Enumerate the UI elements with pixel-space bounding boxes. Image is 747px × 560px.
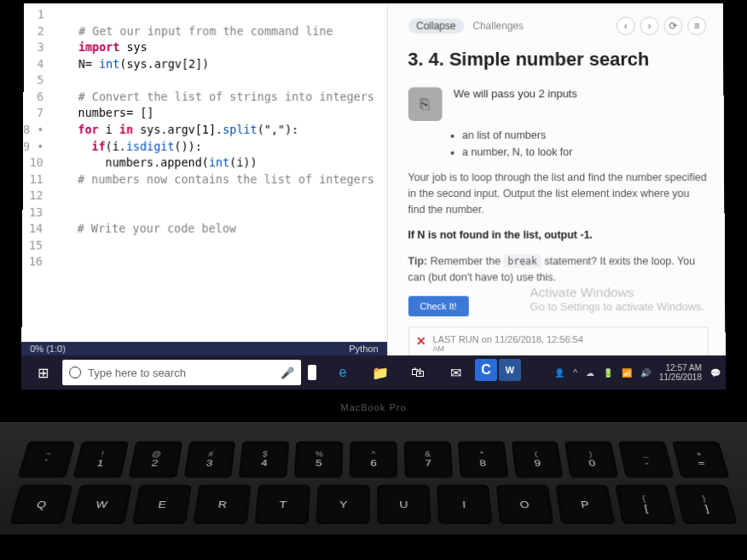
tab-challenges[interactable]: Challenges bbox=[472, 20, 524, 32]
keyboard-key: Y bbox=[316, 485, 369, 524]
taskbar-clock[interactable]: 12:57 AM 11/26/2018 bbox=[659, 363, 702, 382]
instructions-pane: Collapse Challenges ‹ › ⟳ ≡ 3. 4. Simple… bbox=[387, 3, 725, 355]
challenge-description: Your job is to loop through the list and… bbox=[408, 170, 707, 217]
keyboard-key: E bbox=[132, 485, 192, 524]
challenge-tip: Tip: Remember the break statement? It ex… bbox=[408, 254, 708, 286]
language-mode: Python bbox=[349, 344, 378, 354]
keyboard-key: T bbox=[254, 485, 310, 524]
task-view-button[interactable] bbox=[308, 365, 316, 380]
keyboard-key: $4 bbox=[239, 442, 290, 478]
action-center-icon[interactable]: 💬 bbox=[710, 368, 721, 378]
keyboard-key: R bbox=[194, 485, 252, 524]
code-editor-pane: 12345678 •9 •10111213141516 # Get our in… bbox=[21, 3, 387, 355]
keyboard-key: += bbox=[672, 442, 730, 478]
keyboard-key: Q bbox=[9, 485, 73, 524]
keyboard-key: O bbox=[496, 485, 554, 524]
code-body[interactable]: 12345678 •9 •10111213141516 # Get our in… bbox=[21, 3, 386, 342]
search-placeholder: Type here to search bbox=[88, 367, 186, 379]
challenge-icon: ⎘ bbox=[408, 87, 442, 121]
keyboard-key: }] bbox=[674, 485, 738, 524]
laptop-label: MacBook Pro bbox=[0, 402, 747, 413]
keyboard-key: P bbox=[555, 485, 615, 524]
keyboard-key: W bbox=[71, 485, 132, 524]
start-button[interactable]: ⊞ bbox=[26, 359, 59, 386]
keyboard-key: %5 bbox=[294, 442, 344, 478]
keyboard-key: U bbox=[377, 485, 431, 524]
keyboard-key: !1 bbox=[72, 442, 129, 478]
next-button[interactable]: › bbox=[640, 17, 659, 36]
laptop-keyboard: ~`!1@2#3$4%5^6&7*8(9)0_-+= QWERTYUIOP{[}… bbox=[0, 422, 747, 534]
challenge-title: 3. 4. Simple number search bbox=[408, 49, 706, 71]
tray-battery-icon[interactable]: 🔋 bbox=[603, 368, 613, 378]
keyboard-key: &7 bbox=[404, 442, 454, 478]
keyboard-key: (9 bbox=[511, 442, 564, 478]
edge-icon[interactable]: e bbox=[325, 359, 361, 386]
keyboard-key: I bbox=[437, 485, 493, 524]
cursor-position: 0% (1:0) bbox=[30, 344, 66, 354]
tray-chevron-icon[interactable]: ^ bbox=[573, 368, 577, 378]
input-bullet: an list of numbers bbox=[462, 130, 707, 141]
keyboard-key: *8 bbox=[457, 442, 508, 478]
menu-button[interactable]: ≡ bbox=[687, 17, 706, 36]
tray-onedrive-icon[interactable]: ☁ bbox=[586, 368, 594, 378]
windows-watermark: Activate Windows Go to Settings to activ… bbox=[530, 285, 704, 313]
tray-volume-icon[interactable]: 🔊 bbox=[640, 368, 651, 378]
word-icon[interactable]: W bbox=[499, 359, 521, 381]
instructions-header: Collapse Challenges ‹ › ⟳ ≡ bbox=[408, 17, 706, 36]
input-bullet-list: an list of numbersa number, N, to look f… bbox=[462, 130, 707, 159]
tray-wifi-icon[interactable]: 📶 bbox=[622, 368, 632, 378]
last-run-timestamp: LAST RUN on 11/26/2018, 12:56:54 bbox=[432, 334, 582, 344]
mail-icon[interactable]: ✉ bbox=[437, 359, 473, 386]
file-explorer-icon[interactable]: 📁 bbox=[362, 359, 398, 386]
cortana-mic-icon[interactable]: 🎤 bbox=[281, 367, 294, 379]
store-icon[interactable]: 🛍 bbox=[400, 359, 436, 386]
tray-people-icon[interactable]: 👤 bbox=[554, 368, 565, 378]
keyboard-key: ^6 bbox=[350, 442, 397, 478]
tab-collapse[interactable]: Collapse bbox=[408, 19, 464, 34]
prev-button[interactable]: ‹ bbox=[617, 17, 635, 36]
windows-taskbar: ⊞ Type here to search 🎤 e 📁 🛍 ✉ C W 👤 ^ … bbox=[21, 355, 726, 390]
app-icon[interactable]: C bbox=[475, 359, 497, 381]
search-icon bbox=[69, 367, 81, 378]
input-bullet: a number, N, to look for bbox=[462, 147, 707, 159]
editor-status-bar: 0% (1:0) Python bbox=[21, 342, 386, 355]
keyboard-key: @2 bbox=[128, 442, 182, 478]
check-button[interactable]: Check It! bbox=[408, 296, 468, 316]
fail-icon: ✕ bbox=[415, 334, 426, 348]
last-run-box: ✕ LAST RUN on 11/26/2018, 12:56:54 AM bbox=[408, 326, 708, 355]
break-code: break bbox=[503, 255, 541, 268]
keyboard-key: _- bbox=[618, 442, 675, 478]
code-lines[interactable]: # Get our input from the command line im… bbox=[49, 7, 386, 342]
reset-button[interactable]: ⟳ bbox=[663, 17, 682, 36]
keyboard-key: {[ bbox=[615, 485, 676, 524]
challenge-intro: We will pass you 2 inputs bbox=[454, 87, 577, 100]
taskbar-search[interactable]: Type here to search 🎤 bbox=[62, 360, 301, 385]
keyboard-key: )0 bbox=[565, 442, 619, 478]
keyboard-key: ~` bbox=[17, 442, 75, 478]
challenge-rule: If N is not found in the list, output -1… bbox=[408, 228, 707, 244]
line-number-gutter: 12345678 •9 •10111213141516 bbox=[21, 7, 51, 342]
keyboard-key: #3 bbox=[183, 442, 236, 478]
